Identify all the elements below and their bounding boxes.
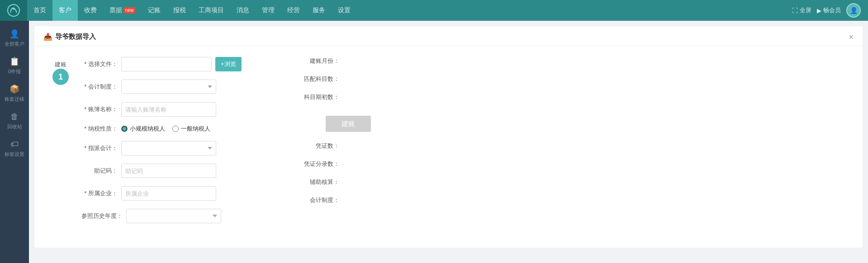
nav-tax[interactable]: 报税 <box>167 0 192 21</box>
aux-accounting-label: 辅助核算： <box>299 178 339 186</box>
initial-subjects-label: 科目期初数： <box>299 93 339 101</box>
sidebar-item-account-migration[interactable]: 📦 账套迁移 <box>0 80 29 107</box>
voucher-entries-label: 凭证分录数： <box>299 160 339 168</box>
nav-message[interactable]: 消息 <box>230 0 256 21</box>
nav-home[interactable]: 首页 <box>27 0 52 21</box>
layout: 👤 全部客户 📋 0申报 📦 账套迁移 🗑 回收站 🏷 标签设置 📥 导爷 <box>0 21 868 263</box>
assign-accountant-row: * 指派会计： <box>81 141 271 155</box>
general-taxpayer-radio[interactable] <box>172 126 179 132</box>
tag-settings-icon: 🏷 <box>9 139 19 149</box>
refer-year-select[interactable] <box>126 209 221 223</box>
nav-invoice-badge: new <box>123 7 135 14</box>
assign-accountant-select[interactable] <box>121 141 216 155</box>
zero-declaration-icon: 📋 <box>9 56 19 66</box>
fullscreen-icon: ⛶ <box>792 7 798 14</box>
sidebar-item-tag-settings[interactable]: 🏷 标签设置 <box>0 135 29 162</box>
assign-accountant-label: * 指派会计： <box>81 144 118 152</box>
sidebar: 👤 全部客户 📋 0申报 📦 账套迁移 🗑 回收站 🏷 标签设置 <box>0 21 29 263</box>
svg-point-1 <box>13 8 15 10</box>
account-migration-icon: 📦 <box>9 84 19 94</box>
build-month-row: 建账月份： <box>299 57 416 65</box>
general-taxpayer-label[interactable]: 一般纳税人 <box>172 125 210 133</box>
right-accounting-system-row: 会计制度： <box>299 196 416 204</box>
build-btn-area: 建账 <box>326 116 416 132</box>
dialog-title: 📥 导爷数据导入 <box>43 33 96 41</box>
member-btn[interactable]: ▶ 畅会员 <box>817 6 841 14</box>
form-fields: * 选择文件： +浏览 * 会计制度： <box>81 57 271 223</box>
build-account-button[interactable]: 建账 <box>326 116 371 132</box>
logo[interactable] <box>0 0 27 21</box>
tax-type-radio-group: 小规模纳税人 一般纳税人 <box>121 125 210 133</box>
memo-code-label: 助记码： <box>81 167 118 175</box>
close-button[interactable]: × <box>849 33 854 41</box>
voucher-entries-row: 凭证分录数： <box>299 160 416 168</box>
browse-button[interactable]: +浏览 <box>215 57 242 71</box>
dialog-header: 📥 导爷数据导入 × <box>34 26 863 46</box>
logo-icon <box>7 4 20 17</box>
nav-bookkeeping[interactable]: 记账 <box>142 0 167 21</box>
svg-point-0 <box>8 5 19 16</box>
dialog-card: 📥 导爷数据导入 × 建账 1 * 选择文件： <box>34 26 863 248</box>
accounting-system-row: * 会计制度： <box>81 80 271 94</box>
nav-fee[interactable]: 收费 <box>78 0 103 21</box>
main-content: 📥 导爷数据导入 × 建账 1 * 选择文件： <box>29 21 868 263</box>
match-subjects-label: 匹配科目数： <box>299 75 339 83</box>
voucher-count-row: 凭证数： <box>299 142 416 150</box>
top-nav: 首页 客户 收费 票据 new 记账 报税 工商项目 消息 管理 经营 服务 设… <box>0 0 868 21</box>
step-circle: 1 <box>52 69 69 85</box>
nav-invoice[interactable]: 票据 new <box>103 0 142 21</box>
small-taxpayer-radio[interactable] <box>121 126 128 132</box>
nav-items: 首页 客户 收费 票据 new 记账 报税 工商项目 消息 管理 经营 服务 设… <box>27 0 792 21</box>
sidebar-item-zero-declaration[interactable]: 📋 0申报 <box>0 52 29 80</box>
aux-accounting-row: 辅助核算： <box>299 178 416 186</box>
import-icon: 📥 <box>43 33 52 41</box>
file-input[interactable] <box>121 57 212 71</box>
nav-customer[interactable]: 客户 <box>52 0 78 21</box>
form-right: 建账月份： 匹配科目数： 科目期初数： 建账 <box>299 57 416 223</box>
voucher-count-label: 凭证数： <box>299 142 339 150</box>
match-subjects-row: 匹配科目数： <box>299 75 416 83</box>
nav-manage[interactable]: 管理 <box>256 0 281 21</box>
nav-project[interactable]: 工商项目 <box>192 0 230 21</box>
member-icon: ▶ <box>817 7 821 14</box>
initial-subjects-row: 科目期初数： <box>299 93 416 101</box>
ledger-name-label: * 账簿名称： <box>81 105 118 113</box>
tax-type-label: * 纳税性质： <box>81 125 118 133</box>
owner-enterprise-row: * 所属企业： <box>81 186 271 201</box>
all-customers-icon: 👤 <box>9 29 19 39</box>
nav-business[interactable]: 经营 <box>281 0 306 21</box>
nav-right: ⛶ 全屏 ▶ 畅会员 👤 <box>792 3 868 18</box>
owner-enterprise-input[interactable] <box>121 186 216 201</box>
sidebar-item-all-customers[interactable]: 👤 全部客户 <box>0 24 29 52</box>
memo-code-row: 助记码： <box>81 164 271 178</box>
fullscreen-btn[interactable]: ⛶ 全屏 <box>792 6 811 14</box>
accounting-system-label: * 会计制度： <box>81 83 118 91</box>
owner-enterprise-label: * 所属企业： <box>81 189 118 197</box>
sidebar-item-recycle-bin[interactable]: 🗑 回收站 <box>0 107 29 135</box>
recycle-bin-icon: 🗑 <box>9 112 19 122</box>
small-taxpayer-label[interactable]: 小规模纳税人 <box>121 125 165 133</box>
avatar[interactable]: 👤 <box>846 3 861 18</box>
accounting-system-select[interactable] <box>121 80 216 94</box>
memo-code-input[interactable] <box>121 164 216 178</box>
ledger-name-row: * 账簿名称： <box>81 102 271 117</box>
refer-year-row: 参照历史年度： <box>81 209 271 223</box>
step-label: 建账 <box>55 61 66 69</box>
ledger-name-input[interactable] <box>121 102 216 117</box>
nav-service[interactable]: 服务 <box>306 0 332 21</box>
nav-settings[interactable]: 设置 <box>332 0 357 21</box>
step-indicator: 建账 1 <box>52 57 69 85</box>
file-label: * 选择文件： <box>81 60 118 68</box>
refer-year-label: 参照历史年度： <box>81 212 123 220</box>
right-accounting-system-label: 会计制度： <box>299 196 339 204</box>
build-month-label: 建账月份： <box>299 57 339 65</box>
file-row: * 选择文件： +浏览 <box>81 57 271 71</box>
form-left: 建账 1 * 选择文件： +浏览 * 会计制度： <box>52 57 271 223</box>
tax-type-row: * 纳税性质： 小规模纳税人 一般纳税人 <box>81 125 271 133</box>
form-body: 建账 1 * 选择文件： +浏览 * 会计制度： <box>34 46 863 234</box>
